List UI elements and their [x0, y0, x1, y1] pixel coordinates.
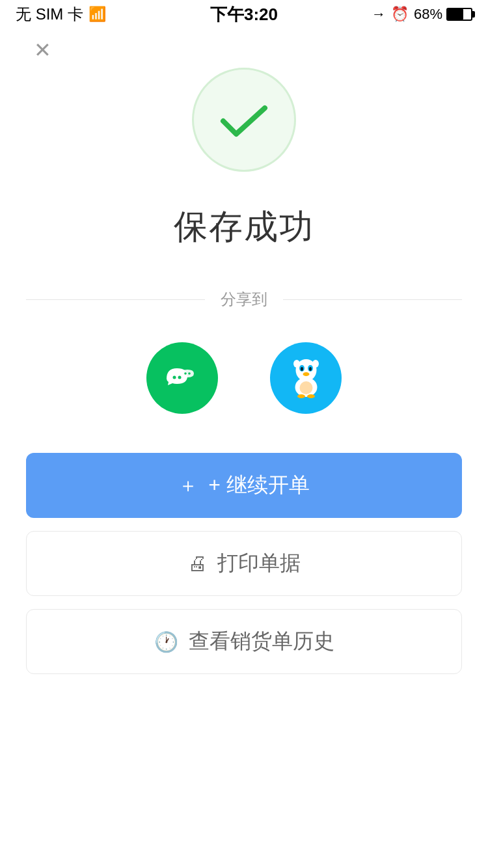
- status-right: → ⏰ 68%: [372, 6, 472, 23]
- history-button[interactable]: 🕐 查看销货单历史: [26, 609, 462, 674]
- no-sim-text: 无 SIM 卡: [16, 4, 83, 25]
- continue-label: + 继续开单: [208, 471, 310, 500]
- svg-point-16: [312, 360, 319, 368]
- success-circle: [192, 68, 296, 172]
- location-icon: →: [372, 6, 386, 23]
- share-wechat-button[interactable]: [146, 342, 218, 414]
- svg-point-9: [309, 367, 312, 371]
- print-button[interactable]: 🖨 打印单据: [26, 531, 462, 596]
- svg-point-3: [184, 372, 187, 375]
- plus-icon: ＋: [178, 472, 198, 499]
- alarm-icon: ⏰: [391, 6, 409, 23]
- svg-point-14: [307, 394, 315, 398]
- svg-point-2: [178, 375, 181, 379]
- battery: 68%: [414, 6, 472, 23]
- share-label: 分享到: [205, 289, 283, 310]
- share-qq-button[interactable]: [270, 342, 342, 414]
- svg-point-15: [293, 360, 300, 368]
- print-label: 打印单据: [217, 549, 301, 578]
- battery-bar: [446, 8, 472, 21]
- share-divider: 分享到: [26, 289, 462, 310]
- status-left: 无 SIM 卡 📶: [16, 4, 106, 25]
- checkmark-icon: [218, 100, 270, 139]
- qq-icon: [288, 357, 324, 400]
- svg-point-12: [299, 381, 312, 394]
- close-icon: ✕: [34, 40, 51, 61]
- clock-icon: 🕐: [154, 631, 178, 653]
- share-section: 分享到: [26, 289, 462, 414]
- printer-icon: 🖨: [187, 552, 207, 575]
- history-label: 查看销货单历史: [189, 627, 334, 656]
- wechat-circle: [146, 342, 218, 414]
- svg-point-1: [172, 375, 176, 379]
- status-bar: 无 SIM 卡 📶 下午3:20 → ⏰ 68%: [0, 0, 488, 29]
- main-content: 保存成功 分享到: [0, 29, 488, 700]
- divider-line-right: [283, 299, 462, 300]
- svg-point-4: [188, 372, 191, 375]
- continue-button[interactable]: ＋ + 继续开单: [26, 453, 462, 518]
- svg-point-8: [301, 367, 303, 371]
- share-icons: [26, 342, 462, 414]
- wifi-icon: 📶: [88, 6, 106, 23]
- battery-fill: [448, 9, 463, 20]
- success-title: 保存成功: [174, 204, 314, 250]
- close-button[interactable]: ✕: [26, 34, 59, 66]
- divider-line-left: [26, 299, 205, 300]
- action-buttons: ＋ + 继续开单 🖨 打印单据 🕐 查看销货单历史: [26, 453, 462, 674]
- svg-point-10: [303, 372, 309, 376]
- svg-point-13: [297, 394, 305, 398]
- qq-circle: [270, 342, 342, 414]
- wechat-icon: [161, 360, 204, 396]
- status-time: 下午3:20: [210, 3, 278, 26]
- battery-percent: 68%: [414, 6, 442, 23]
